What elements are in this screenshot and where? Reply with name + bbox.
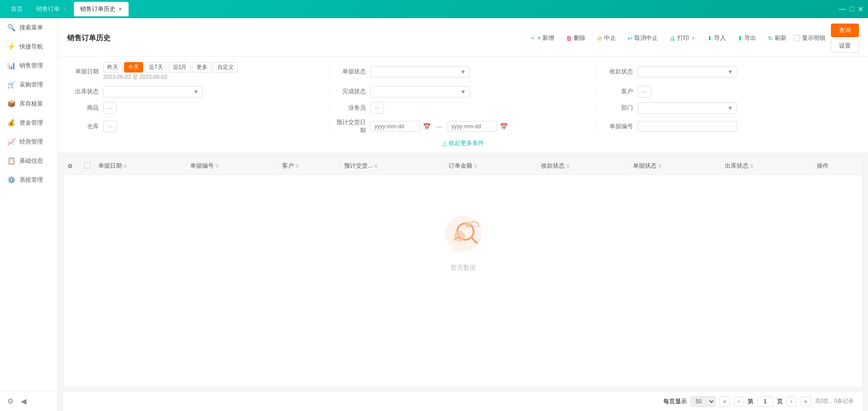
filter-complete-status-control[interactable]: ▼ <box>370 86 592 97</box>
cal-icon-to[interactable]: 📅 <box>500 123 508 130</box>
col-date[interactable]: 单据日期 ⇅ <box>94 157 186 175</box>
filter-warehouse-status-control[interactable]: ▼ <box>103 86 325 97</box>
sidebar-item-purchase-mgmt[interactable]: 🛒 采购管理 <box>0 75 58 94</box>
sidebar-collapse-icon[interactable]: ◀ <box>21 397 26 406</box>
setting-button[interactable]: 设置 <box>831 39 859 53</box>
customer-dots-btn[interactable]: ··· <box>638 86 651 97</box>
sidebar-item-capital-mgmt[interactable]: 💰 资金管理 <box>0 113 58 132</box>
refresh-button[interactable]: ↻ 刷新 <box>763 32 791 44</box>
col-customer[interactable]: 客户 ⇅ <box>278 157 340 175</box>
col-checkbox[interactable] <box>80 157 94 175</box>
receipt-status-select[interactable]: ▼ <box>638 66 737 77</box>
print-button[interactable]: 🖨 打印 ▼ <box>665 32 700 44</box>
date-btn-7days[interactable]: 近7天 <box>145 62 167 73</box>
filter-product-control[interactable]: ··· <box>103 102 325 114</box>
product-dots-btn[interactable]: ··· <box>103 102 117 114</box>
next-page-btn[interactable]: › <box>786 396 796 406</box>
display-toggle-checkbox[interactable] <box>794 35 800 41</box>
col-amount[interactable]: 订单金额 ⇅ <box>445 157 537 175</box>
tab-sales-order[interactable]: 销售订单 ✕ <box>30 2 73 16</box>
order-no-label: 单据编号 <box>601 122 638 131</box>
delivery-date-from[interactable] <box>370 121 420 132</box>
date-quick-btns: 昨天 今天 近7天 近1月 更多 自定义 <box>103 62 238 73</box>
date-btn-today[interactable]: 今天 <box>124 62 143 73</box>
sidebar-item-basic-info[interactable]: 📋 基础信息 <box>0 151 58 170</box>
col-settings[interactable]: ⚙ <box>64 157 80 175</box>
order-no-input[interactable] <box>638 121 737 132</box>
salesperson-dots-btn[interactable]: ··· <box>370 102 384 114</box>
col-receipt[interactable]: 收款状态 ⇅ <box>537 157 629 175</box>
date-btn-more[interactable]: 更多 <box>192 62 211 73</box>
display-toggle[interactable]: 显示明细 <box>794 34 825 42</box>
sidebar-item-purchase-mgmt-label: 采购管理 <box>19 81 43 89</box>
first-page-btn[interactable]: « <box>719 396 730 406</box>
filter-receipt-control[interactable]: ▼ <box>638 66 859 77</box>
last-page-btn[interactable]: » <box>800 396 811 406</box>
delete-button[interactable]: 🗑 删除 <box>561 32 590 44</box>
capital-mgmt-icon: 💰 <box>7 119 16 127</box>
display-toggle-label: 显示明细 <box>802 34 825 42</box>
col-customer-sort-icon: ⇅ <box>295 164 299 169</box>
sidebar-item-sys-mgmt[interactable]: ⚙️ 系统管理 <box>0 170 58 189</box>
main-layout: 🔍 搜索菜单 ⚡ 快捷导航 📊 销售管理 🛒 采购管理 📦 库存核算 💰 资金管… <box>0 18 868 411</box>
filter-customer-control[interactable]: ··· <box>638 86 859 97</box>
date-group: 昨天 今天 近7天 近1月 更多 自定义 2023-06-02 至 2023-0… <box>103 62 238 81</box>
settings-icon[interactable]: ⚙ <box>67 163 73 169</box>
sidebar-settings-icon[interactable]: ⚙ <box>7 397 14 406</box>
filter-salesperson-control[interactable]: ··· <box>370 102 592 114</box>
query-button[interactable]: 查询 <box>831 24 859 37</box>
warehouse-status-select[interactable]: ▼ <box>103 86 203 97</box>
maximize-icon[interactable]: □ <box>849 5 854 13</box>
stop-button[interactable]: ⊘ 中止 <box>593 32 620 44</box>
date-btn-yesterday[interactable]: 昨天 <box>103 62 122 73</box>
stop-icon: ⊘ <box>597 35 602 42</box>
sidebar-item-sales-mgmt[interactable]: 📊 销售管理 <box>0 56 58 75</box>
export-button[interactable]: ⬆ 导出 <box>733 32 761 44</box>
filter-order-no-control[interactable] <box>638 121 859 132</box>
new-icon: ＋ <box>530 34 536 42</box>
delivery-date-to[interactable] <box>447 121 497 132</box>
sidebar-item-inventory[interactable]: 📦 库存核算 <box>0 94 58 113</box>
page-unit: 页 <box>777 397 783 406</box>
col-status[interactable]: 单据状态 ⇅ <box>629 157 721 175</box>
dept-select[interactable]: ▼ <box>638 102 737 114</box>
minimize-icon[interactable]: — <box>839 5 846 13</box>
delete-icon: 🗑 <box>566 35 572 42</box>
prev-page-btn[interactable]: ‹ <box>734 396 744 406</box>
tab-sales-order-history[interactable]: 销售订单历史 ✕ <box>74 2 129 16</box>
filter-dept-control[interactable]: ▼ <box>638 102 859 114</box>
inventory-icon: 📦 <box>7 100 16 108</box>
status-select[interactable]: ▼ <box>370 66 470 77</box>
divider-4 <box>596 87 597 96</box>
divider-3 <box>329 87 330 96</box>
collapse-text: 收起更多条件 <box>449 139 484 147</box>
tab-sales-order-close[interactable]: ✕ <box>62 6 67 12</box>
tab-home[interactable]: 首页 <box>5 2 29 16</box>
col-no[interactable]: 单据编号 ⇅ <box>186 157 278 175</box>
col-delivery-sort-icon: ⇅ <box>374 164 378 169</box>
per-page-select[interactable]: 50 10 20 100 <box>691 396 715 407</box>
tab-sales-order-history-close[interactable]: ✕ <box>118 6 122 12</box>
warehouse-dots-btn[interactable]: ··· <box>103 121 117 132</box>
sidebar-item-operations[interactable]: 📈 经营管理 <box>0 132 58 151</box>
filter-warehouse-control[interactable]: ··· <box>103 121 325 132</box>
date-btn-1month[interactable]: 近1月 <box>169 62 191 73</box>
sidebar-item-inventory-label: 库存核算 <box>19 100 43 108</box>
import-button[interactable]: ⬇ 导入 <box>703 32 730 44</box>
collapse-row[interactable]: △ 收起更多条件 <box>67 139 859 147</box>
complete-status-select[interactable]: ▼ <box>370 86 470 97</box>
sidebar-item-quick-nav[interactable]: ⚡ 快捷导航 <box>0 37 58 56</box>
header-checkbox[interactable] <box>84 162 91 169</box>
window-close-icon[interactable]: ✕ <box>858 5 863 14</box>
col-delivery[interactable]: 预计交货... ⇅ <box>340 157 445 175</box>
filter-row-3: 商品 ··· 业务员 ··· 部门 ▼ <box>67 102 859 114</box>
sidebar-item-search-menu[interactable]: 🔍 搜索菜单 <box>0 18 58 37</box>
filter-status-control[interactable]: ▼ <box>370 66 592 77</box>
page-input[interactable] <box>757 396 773 406</box>
date-btn-custom[interactable]: 自定义 <box>213 62 238 73</box>
col-warehouse[interactable]: 出库状态 ⇅ <box>721 157 813 175</box>
new-button[interactable]: ＋ + 新增 <box>525 32 559 44</box>
cancel-stop-button[interactable]: ↩ 取消中止 <box>623 32 662 44</box>
cal-icon-from[interactable]: 📅 <box>423 123 431 130</box>
svg-point-3 <box>454 231 465 242</box>
